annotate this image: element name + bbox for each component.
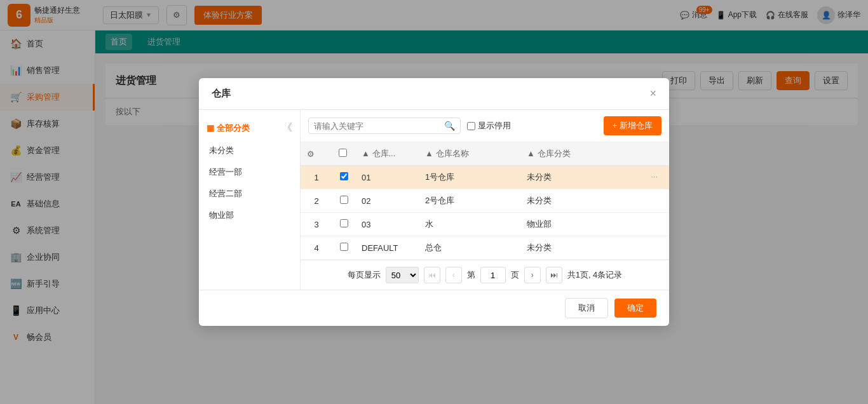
search-box: 🔍: [308, 118, 461, 134]
row-checkbox[interactable]: [340, 243, 348, 251]
page-size-label: 每页显示: [348, 269, 381, 281]
table-row[interactable]: 1 01 1号仓库 未分类 ···: [301, 166, 669, 189]
row-more-button[interactable]: ···: [651, 172, 658, 181]
row-name: 1号仓库: [419, 166, 520, 189]
row-category: 未分类: [520, 236, 669, 260]
grid-icon: ▦: [207, 123, 214, 133]
confirm-button[interactable]: 确定: [614, 299, 656, 318]
modal-overlay[interactable]: 仓库 × ▦ 全部分类 《 未分类 经营一部 经营二部 物业部: [0, 0, 868, 404]
row-index: 2: [301, 189, 332, 213]
table-row[interactable]: 3 03 水 物业部: [301, 213, 669, 236]
show-disabled-label: 显示停用: [478, 120, 511, 131]
modal-close-button[interactable]: ×: [649, 87, 656, 100]
cat-item-property[interactable]: 物业部: [199, 205, 300, 226]
row-name: 2号仓库: [419, 189, 520, 213]
row-checkbox[interactable]: [340, 219, 348, 227]
row-checkbox-cell: [332, 166, 355, 189]
row-code: 02: [355, 189, 419, 213]
search-input[interactable]: [314, 121, 444, 131]
table-toolbar: 🔍 显示停用 + 新增仓库: [301, 110, 669, 142]
table-body: 1 01 1号仓库 未分类 ··· 2 02 2号仓库 未分类 3: [301, 166, 669, 260]
row-index: 1: [301, 166, 332, 189]
row-code: 01: [355, 166, 419, 189]
page-label: 第: [467, 269, 475, 281]
show-disabled-checkbox[interactable]: [467, 122, 475, 130]
row-name: 水: [419, 213, 520, 236]
total-info: 共1页, 4条记录: [567, 269, 623, 281]
row-code: DEFAULT: [355, 236, 419, 260]
modal-footer: 取消 确定: [199, 290, 669, 326]
table-header-row: ⚙ ▲ 仓库... ▲ 仓库名称: [301, 142, 669, 166]
modal-title: 仓库: [212, 88, 231, 100]
warehouse-modal: 仓库 × ▦ 全部分类 《 未分类 经营一部 经营二部 物业部: [199, 78, 669, 326]
table-area: 🔍 显示停用 + 新增仓库 ⚙: [301, 110, 669, 290]
table-row[interactable]: 2 02 2号仓库 未分类: [301, 189, 669, 213]
col-header-settings: ⚙: [301, 142, 332, 166]
table-head: ⚙ ▲ 仓库... ▲ 仓库名称: [301, 142, 669, 166]
row-checkbox-cell: [332, 189, 355, 213]
pagination: 每页显示 50 10 20 100 ⏮ ‹ 第 页 › ⏭ 共1页, 4条记录: [301, 260, 669, 290]
modal-header: 仓库 ×: [199, 78, 669, 110]
row-code: 03: [355, 213, 419, 236]
collapse-icon[interactable]: 《: [282, 121, 292, 135]
category-sidebar: ▦ 全部分类 《 未分类 经营一部 经营二部 物业部: [199, 110, 301, 290]
row-name: 总仓: [419, 236, 520, 260]
row-category: 物业部: [520, 213, 669, 236]
col-header-check: [332, 142, 355, 166]
page-size-select[interactable]: 50 10 20 100: [386, 267, 419, 283]
row-category: 未分类: [520, 189, 669, 213]
next-page-button[interactable]: ›: [524, 267, 541, 283]
table-row[interactable]: 4 DEFAULT 总仓 未分类: [301, 236, 669, 260]
row-checkbox-cell: [332, 213, 355, 236]
warehouse-table: ⚙ ▲ 仓库... ▲ 仓库名称: [301, 142, 669, 260]
select-all-checkbox[interactable]: [339, 149, 347, 157]
cat-item-ops2[interactable]: 经营二部: [199, 183, 300, 205]
row-checkbox-cell: [332, 236, 355, 260]
col-header-category: ▲ 仓库分类: [520, 142, 669, 166]
cat-item-ops1[interactable]: 经营一部: [199, 161, 300, 183]
add-warehouse-button[interactable]: + 新增仓库: [604, 116, 661, 135]
last-page-button[interactable]: ⏭: [546, 267, 562, 283]
cancel-button[interactable]: 取消: [565, 298, 608, 318]
category-all-label: ▦ 全部分类: [207, 123, 250, 134]
search-icon[interactable]: 🔍: [444, 121, 455, 131]
first-page-button[interactable]: ⏮: [424, 267, 440, 283]
row-index: 4: [301, 236, 332, 260]
col-header-name: ▲ 仓库名称: [419, 142, 520, 166]
page-number-input[interactable]: [480, 267, 506, 283]
row-category: 未分类 ···: [520, 166, 669, 189]
cat-item-unclassified[interactable]: 未分类: [199, 140, 300, 161]
col-header-code: ▲ 仓库...: [355, 142, 419, 166]
modal-body: ▦ 全部分类 《 未分类 经营一部 经营二部 物业部 🔍: [199, 110, 669, 290]
table-scroll-area: ⚙ ▲ 仓库... ▲ 仓库名称: [301, 142, 669, 260]
row-checkbox[interactable]: [340, 172, 348, 180]
page-unit: 页: [511, 269, 519, 281]
row-index: 3: [301, 213, 332, 236]
category-all-header[interactable]: ▦ 全部分类 《: [199, 116, 300, 140]
show-disabled-toggle: 显示停用: [467, 120, 511, 131]
row-checkbox[interactable]: [340, 196, 348, 204]
prev-page-button[interactable]: ‹: [445, 267, 462, 283]
